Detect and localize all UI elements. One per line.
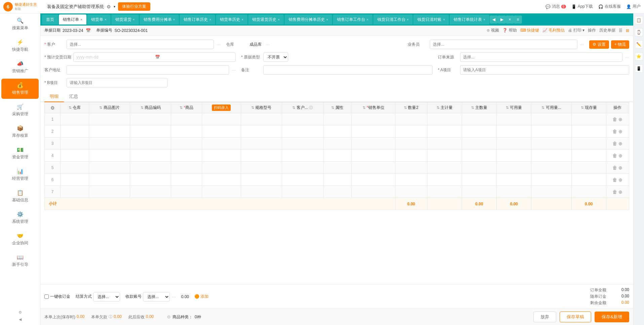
action-operate[interactable]: 操作 xyxy=(588,28,596,33)
sidebar-item-system[interactable]: ⚙️ 系统管理 xyxy=(1,208,39,228)
row-delete-2[interactable]: 🗑 xyxy=(612,129,617,134)
row-copy-1[interactable]: ⊕ xyxy=(618,117,622,122)
action-help[interactable]: ❓ 帮助 xyxy=(502,28,517,33)
sidebar-item-purchase[interactable]: 🛒 采购管理 xyxy=(1,100,39,120)
row-delete-1[interactable]: 🗑 xyxy=(612,117,617,122)
settings-icon[interactable]: ⚙ xyxy=(107,4,111,9)
right-icon-4[interactable]: ⭐ xyxy=(635,52,643,60)
sidebar-settings-btn[interactable]: ⚙ xyxy=(3,310,37,315)
app-download-btn[interactable]: 📱 App下载 xyxy=(571,4,593,9)
calendar-icon[interactable]: 📅 xyxy=(86,28,91,33)
action-profit[interactable]: 📈 毛利预估 xyxy=(542,28,565,33)
tab-order-workbench[interactable]: 销售订单工作台 × xyxy=(333,14,373,25)
tab-close-daily-workbench[interactable]: × xyxy=(407,18,409,22)
system-name[interactable]: 装备及固定资产辅助管理系统 xyxy=(47,4,104,10)
remark-input[interactable] xyxy=(263,65,432,75)
sidebar-item-marketing[interactable]: 📣 营销推广 xyxy=(1,57,39,77)
tab-return-history[interactable]: 销货退货历史 × xyxy=(248,14,284,25)
settle-select[interactable]: 选择... xyxy=(93,292,120,301)
user-menu[interactable]: 👤 用户 xyxy=(626,4,641,9)
save-draft-btn[interactable]: 保存草稿 xyxy=(560,312,591,322)
tab-close-order-workbench[interactable]: × xyxy=(367,18,369,22)
th-setting[interactable]: ⚙ xyxy=(45,103,61,113)
b-project-input[interactable] xyxy=(67,78,167,87)
sidebar-item-basic-info[interactable]: 📋 基础信息 xyxy=(1,186,39,206)
address-input[interactable] xyxy=(67,65,229,75)
layout-icon-list[interactable]: ☰ xyxy=(619,28,622,33)
row-copy-5[interactable]: ⊕ xyxy=(618,165,622,170)
account-more-btn[interactable]: ··· xyxy=(172,294,176,299)
staff-more-btn[interactable]: ··· xyxy=(580,42,584,47)
right-icon-2[interactable]: ⌚ xyxy=(635,28,643,36)
action-shortcut[interactable]: ⌨ 快捷键 xyxy=(520,28,539,33)
tab-sales-invoice[interactable]: 销货单 × xyxy=(87,14,111,25)
online-support-btn[interactable]: 🎧 在线客服 xyxy=(598,4,621,9)
tab-close-sales-return[interactable]: × xyxy=(133,18,135,22)
tab-summary[interactable]: 汇总 xyxy=(64,91,83,102)
right-icon-5[interactable]: 📱 xyxy=(635,65,643,73)
sidebar-item-finance[interactable]: 💵 资金管理 xyxy=(1,143,39,163)
right-icon-3[interactable]: ✏️ xyxy=(635,40,643,48)
tab-order-history[interactable]: 销售订单历史 × xyxy=(180,14,215,25)
tab-close-order-history[interactable]: × xyxy=(209,18,211,22)
tab-close-order-stats[interactable]: × xyxy=(483,18,485,22)
tab-close-expense-split[interactable]: × xyxy=(173,18,175,22)
right-icon-1[interactable]: 📋 xyxy=(635,16,643,24)
row-delete-3[interactable]: 🗑 xyxy=(612,141,617,146)
sidebar-item-quick-nav[interactable]: ⚡ 快捷导航 xyxy=(1,36,39,56)
tab-daily-workbench[interactable]: 钱货日清工作台 × xyxy=(373,14,413,25)
tab-close-expense-history[interactable]: × xyxy=(326,18,328,22)
experience-btn[interactable]: 体验行业方案 xyxy=(118,2,150,11)
action-print[interactable]: 🖨 打印 ▾ xyxy=(568,28,584,33)
sidebar-item-search[interactable]: 🔍 搜索菜单 xyxy=(1,14,39,34)
tab-close-sales-invoice[interactable]: × xyxy=(105,18,107,22)
tab-expense-split[interactable]: 销售费用分摊单 × xyxy=(140,14,179,25)
warehouse-more-btn[interactable]: ··· xyxy=(266,42,270,47)
tab-home[interactable]: 首页 xyxy=(42,14,58,25)
delivery-calendar-icon[interactable]: 📅 xyxy=(155,55,233,59)
sidebar-item-cooperation[interactable]: 🤝 企业协同 xyxy=(1,229,39,249)
row-copy-2[interactable]: ⊕ xyxy=(618,129,622,134)
invoice-select[interactable]: 不开票 xyxy=(263,52,288,62)
sidebar-item-guide[interactable]: 📖 新手引导 xyxy=(1,251,39,271)
sidebar-item-inventory[interactable]: 📦 库存核算 xyxy=(1,122,39,142)
save-new-btn[interactable]: 保存&新增 xyxy=(595,312,629,322)
delivery-date-input[interactable]: yyyy-mm-dd 📅 xyxy=(73,52,236,62)
row-copy-3[interactable]: ⊕ xyxy=(618,141,622,146)
row-delete-6[interactable]: 🗑 xyxy=(612,177,617,182)
order-source-input[interactable] xyxy=(460,52,622,62)
sidebar-item-operations[interactable]: 📊 经营管理 xyxy=(1,165,39,185)
a-project-input[interactable] xyxy=(460,65,629,75)
discard-btn[interactable]: 放弃 xyxy=(533,312,556,322)
staff-input[interactable] xyxy=(430,40,577,49)
sidebar-item-sales[interactable]: 💰 销售管理 xyxy=(1,79,39,99)
row-copy-7[interactable]: ⊕ xyxy=(618,189,622,195)
tab-daily-reconcile[interactable]: 钱货日清对账 × xyxy=(413,14,449,25)
row-delete-4[interactable]: 🗑 xyxy=(612,153,617,158)
order-source-more-btn[interactable]: ··· xyxy=(625,54,629,60)
tab-close-invoice-history[interactable]: × xyxy=(241,18,243,22)
address-more-btn[interactable]: ··· xyxy=(232,67,236,73)
tab-expense-history[interactable]: 销售费用分摊单历史 × xyxy=(285,14,332,25)
th-scan[interactable]: 扫码录入 xyxy=(202,103,241,113)
settings-btn[interactable]: ⚙ 设置 xyxy=(589,40,609,49)
customer-input[interactable] xyxy=(67,40,214,49)
row-copy-4[interactable]: ⊕ xyxy=(618,153,622,158)
tab-order-stats[interactable]: 销售订单统计表 × xyxy=(450,14,489,25)
tab-sales-return[interactable]: 销货退货 × xyxy=(111,14,139,25)
add-payment-btn[interactable]: 🟠 添加 xyxy=(194,294,209,299)
customer-more-btn[interactable]: ··· xyxy=(217,42,221,47)
tab-close-daily-reconcile[interactable]: × xyxy=(443,18,445,22)
message-btn[interactable]: 💬 消息 6 xyxy=(545,4,566,9)
row-copy-6[interactable]: ⊕ xyxy=(618,177,622,182)
tab-detail[interactable]: 明细 xyxy=(44,91,64,102)
tab-invoice-history[interactable]: 销货单历史 × xyxy=(216,14,248,25)
scan-btn[interactable]: 扫码录入 xyxy=(212,105,231,111)
tab-prev-btn[interactable]: ◀ xyxy=(490,15,498,24)
row-delete-7[interactable]: 🗑 xyxy=(612,189,617,195)
auto-confirm-checkbox[interactable] xyxy=(44,294,49,299)
tab-close-all-btn[interactable]: × xyxy=(506,15,514,24)
tab-close-return-history[interactable]: × xyxy=(278,18,280,22)
row-delete-5[interactable]: 🗑 xyxy=(612,165,617,170)
account-select[interactable]: 选择... xyxy=(143,292,170,301)
